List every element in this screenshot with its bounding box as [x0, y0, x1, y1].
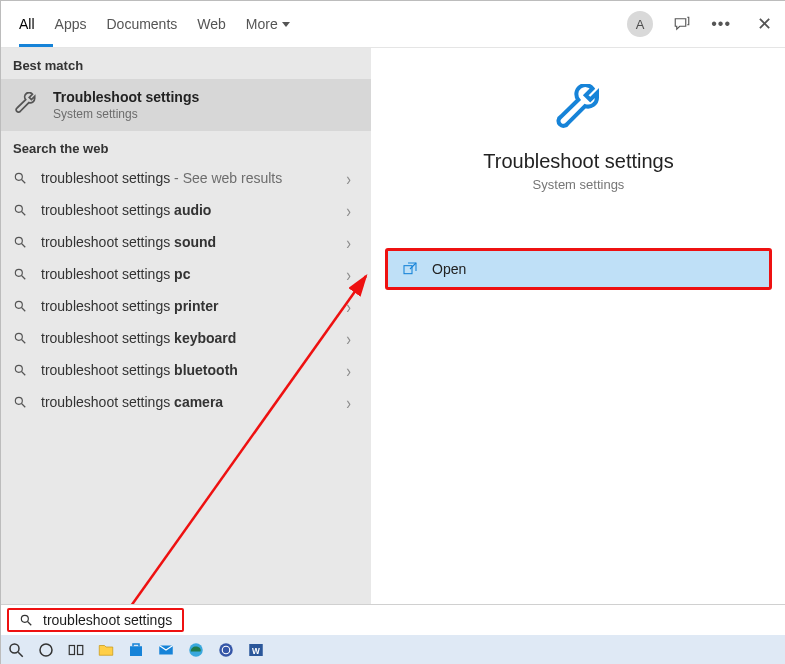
wrench-icon [552, 84, 606, 138]
svg-point-12 [15, 365, 22, 372]
web-result-text: troubleshoot settings sound [41, 234, 216, 250]
web-result-text: troubleshoot settings bluetooth [41, 362, 238, 378]
mail-icon[interactable] [157, 641, 175, 659]
svg-line-15 [22, 404, 26, 408]
web-result-text: troubleshoot settings - See web results [41, 170, 282, 186]
tab-more[interactable]: More [236, 1, 300, 47]
close-icon[interactable]: ✕ [751, 13, 778, 35]
web-result-text: troubleshoot settings pc [41, 266, 190, 282]
tab-documents[interactable]: Documents [96, 1, 187, 47]
svg-point-0 [15, 173, 22, 180]
svg-line-7 [22, 276, 26, 280]
best-match-header: Best match [1, 48, 371, 79]
taskbar: W [1, 635, 785, 664]
open-action[interactable]: Open [388, 251, 769, 287]
chevron-right-icon: › [346, 200, 351, 221]
cortana-icon[interactable] [37, 641, 55, 659]
search-icon[interactable] [7, 641, 25, 659]
wrench-icon [13, 92, 39, 118]
more-options-icon[interactable]: ••• [711, 15, 731, 33]
open-highlight-box: Open [385, 248, 772, 290]
best-match-subtitle: System settings [53, 107, 199, 121]
svg-point-6 [15, 269, 22, 276]
word-icon[interactable]: W [247, 641, 265, 659]
detail-pane: Troubleshoot settings System settings Op… [371, 48, 785, 604]
web-result-item[interactable]: troubleshoot settings keyboard› [1, 322, 371, 354]
feedback-icon[interactable] [673, 15, 691, 33]
web-result-item[interactable]: troubleshoot settings pc› [1, 258, 371, 290]
web-result-item[interactable]: troubleshoot settings sound› [1, 226, 371, 258]
search-icon [13, 299, 27, 313]
svg-point-14 [15, 397, 22, 404]
search-icon [19, 613, 33, 627]
svg-line-3 [22, 212, 26, 216]
best-match-item[interactable]: Troubleshoot settings System settings [1, 79, 371, 131]
chevron-right-icon: › [346, 392, 351, 413]
svg-line-11 [22, 340, 26, 344]
chevron-right-icon: › [346, 360, 351, 381]
svg-line-13 [22, 372, 26, 376]
search-icon [13, 171, 27, 185]
detail-title: Troubleshoot settings [371, 150, 785, 173]
svg-point-4 [15, 237, 22, 244]
search-highlight-box: troubleshoot settings [7, 608, 184, 632]
tab-web[interactable]: Web [187, 1, 236, 47]
svg-line-19 [28, 622, 32, 626]
search-icon [13, 203, 27, 217]
svg-point-8 [15, 301, 22, 308]
svg-line-5 [22, 244, 26, 248]
search-input[interactable]: troubleshoot settings [43, 612, 172, 628]
svg-rect-24 [78, 646, 83, 655]
svg-point-2 [15, 205, 22, 212]
user-avatar[interactable]: A [627, 11, 653, 37]
app-icon[interactable] [217, 641, 235, 659]
web-result-item[interactable]: troubleshoot settings camera› [1, 386, 371, 418]
svg-point-28 [219, 643, 233, 657]
svg-point-18 [21, 615, 28, 622]
svg-point-10 [15, 333, 22, 340]
web-result-item[interactable]: troubleshoot settings audio› [1, 194, 371, 226]
best-match-title: Troubleshoot settings [53, 89, 199, 105]
search-icon [13, 395, 27, 409]
search-icon [13, 331, 27, 345]
web-result-item[interactable]: troubleshoot settings - See web results› [1, 162, 371, 194]
svg-line-1 [22, 180, 26, 184]
tab-apps[interactable]: Apps [45, 1, 97, 47]
tab-strip: All Apps Documents Web More A ••• ✕ [1, 1, 785, 48]
svg-rect-23 [69, 646, 74, 655]
chevron-right-icon: › [346, 168, 351, 189]
store-icon[interactable] [127, 641, 145, 659]
search-bar: troubleshoot settings [1, 604, 785, 635]
search-icon [13, 363, 27, 377]
svg-point-20 [10, 644, 19, 653]
search-web-header: Search the web [1, 131, 371, 162]
web-result-text: troubleshoot settings audio [41, 202, 211, 218]
web-result-text: troubleshoot settings camera [41, 394, 223, 410]
chevron-right-icon: › [346, 328, 351, 349]
open-label: Open [432, 261, 466, 277]
svg-text:W: W [252, 647, 260, 656]
tab-all[interactable]: All [9, 1, 45, 47]
svg-point-22 [40, 644, 52, 656]
svg-rect-16 [404, 266, 412, 274]
explorer-icon[interactable] [97, 641, 115, 659]
svg-line-21 [18, 652, 23, 657]
svg-line-9 [22, 308, 26, 312]
taskview-icon[interactable] [67, 641, 85, 659]
chevron-right-icon: › [346, 296, 351, 317]
web-result-item[interactable]: troubleshoot settings bluetooth› [1, 354, 371, 386]
results-pane: Best match Troubleshoot settings System … [1, 48, 371, 604]
search-icon [13, 267, 27, 281]
chevron-down-icon [282, 22, 290, 27]
svg-rect-25 [130, 646, 142, 656]
chevron-right-icon: › [346, 232, 351, 253]
chevron-right-icon: › [346, 264, 351, 285]
open-icon [402, 261, 418, 277]
search-icon [13, 235, 27, 249]
web-result-text: troubleshoot settings printer [41, 298, 218, 314]
detail-subtitle: System settings [371, 177, 785, 192]
edge-icon[interactable] [187, 641, 205, 659]
web-result-text: troubleshoot settings keyboard [41, 330, 236, 346]
web-result-item[interactable]: troubleshoot settings printer› [1, 290, 371, 322]
